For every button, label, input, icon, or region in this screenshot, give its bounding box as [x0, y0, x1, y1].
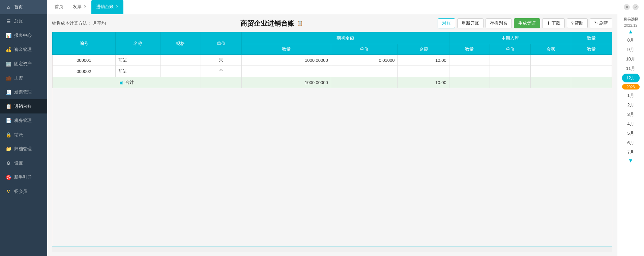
- info-bar: 销售成本计算方法： 月平均 商贸企业进销台账 📋 对账 重新开账 存搜别名 生成…: [52, 18, 612, 28]
- cell-spec: [160, 55, 201, 66]
- cell-in-price: [490, 55, 531, 66]
- month-item-10[interactable]: 10月: [622, 55, 640, 63]
- data-table: 编号 名称 规格 单位 期初余额 本期入库 数量 数量 单价 金额: [52, 32, 612, 88]
- edit-icon[interactable]: 📋: [297, 21, 303, 26]
- month-item-3[interactable]: 3月: [622, 110, 640, 119]
- closing-icon: 🔒: [5, 132, 11, 137]
- tab-home[interactable]: 首页: [50, 0, 68, 14]
- refresh-icon: ↻: [594, 21, 598, 26]
- tab-purchase[interactable]: 进销台账 ✕: [91, 0, 123, 14]
- sidebar-item-ledger[interactable]: ☰ 总账: [0, 14, 47, 28]
- cell-unit: 只: [201, 55, 242, 66]
- col-name: 名称: [115, 32, 160, 55]
- download-button[interactable]: ⬇ 下载: [542, 18, 565, 28]
- toolbar: 对账 重新开账 存搜别名 生成凭证 ⬇ 下载 ? 帮助 ↻ 刷新: [438, 18, 612, 28]
- tab-purchase-close[interactable]: ✕: [116, 4, 119, 9]
- tab-invoice-label: 发票: [73, 4, 82, 10]
- year-2023-badge: 2023: [622, 84, 640, 89]
- cell-open-qty: [241, 66, 331, 77]
- total-unit: [201, 77, 242, 88]
- total-in-amount: [530, 77, 571, 88]
- tab-invoice[interactable]: 发票 ✕: [68, 0, 91, 14]
- sidebar-label-vip: 畅会员: [14, 188, 27, 195]
- sidebar-label-salary: 工资: [14, 75, 23, 81]
- col-code: 编号: [53, 32, 116, 55]
- cell-open-amount: [398, 66, 449, 77]
- salary-icon: 💼: [5, 75, 11, 81]
- sidebar-item-tax[interactable]: 📑 税务管理: [0, 113, 47, 128]
- refresh-button[interactable]: ↻ 刷新: [590, 18, 612, 28]
- tax-icon: 📑: [5, 118, 11, 123]
- total-out-qty: [571, 77, 612, 88]
- month-item-7[interactable]: 7月: [622, 148, 640, 157]
- col-period-balance: 期初余额: [241, 32, 449, 44]
- tab-invoice-close[interactable]: ✕: [84, 4, 87, 9]
- scroll-up-arrow[interactable]: ▲: [627, 28, 634, 35]
- window-maximize-button[interactable]: ⤢: [633, 4, 639, 10]
- cell-open-amount: 10.00: [398, 55, 449, 66]
- month-item-2[interactable]: 2月: [622, 101, 640, 109]
- cell-open-price: [331, 66, 398, 77]
- assets-icon: 🏢: [5, 61, 11, 67]
- col-open-amount: 金额: [398, 44, 449, 55]
- month-item-5[interactable]: 5月: [622, 129, 640, 138]
- month-panel-title: 月份选择: [623, 17, 638, 22]
- generate-button[interactable]: 生成凭证: [514, 18, 540, 28]
- sidebar-item-settings[interactable]: ⚙ 设置: [0, 156, 47, 170]
- col-in-qty: 数量: [449, 44, 490, 55]
- page-title: 商贸企业进销台账: [240, 19, 294, 28]
- sidebar-item-home[interactable]: ⌂ 首页: [0, 0, 47, 14]
- sidebar-item-assets[interactable]: 🏢 固定资产: [0, 57, 47, 71]
- month-item-6[interactable]: 6月: [622, 138, 640, 147]
- cell-in-qty: [449, 66, 490, 77]
- reports-icon: 📊: [5, 33, 11, 38]
- table-row: 000001 前缸 只 1000.00000 0.01000 10.00: [53, 55, 612, 66]
- help-icon: ?: [571, 21, 574, 26]
- sidebar-item-salary[interactable]: 💼 工资: [0, 71, 47, 85]
- cell-out-qty: [571, 55, 612, 66]
- save-as-button[interactable]: 存搜别名: [486, 18, 512, 28]
- data-table-wrapper[interactable]: 编号 名称 规格 单位 期初余额 本期入库 数量 数量 单价 金额: [52, 32, 612, 247]
- page-title-area: 商贸企业进销台账 📋: [240, 19, 303, 28]
- scrollbar-area[interactable]: [52, 247, 612, 252]
- col-in-amount: 金额: [530, 44, 571, 55]
- col-out-detail: 数量: [571, 44, 612, 55]
- sidebar-item-funds[interactable]: 💰 资金管理: [0, 43, 47, 57]
- sidebar-label-invoice-mgr: 发票管理: [14, 89, 32, 95]
- month-item-1[interactable]: 1月: [622, 91, 640, 100]
- sidebar-item-reports[interactable]: 📊 报表中心: [0, 28, 47, 43]
- sidebar-label-assets: 固定资产: [14, 61, 32, 67]
- sidebar-item-closing[interactable]: 🔒 结账: [0, 128, 47, 142]
- ledger-icon: ☰: [5, 19, 11, 24]
- sidebar-label-purchase-sale: 进销台账: [14, 103, 32, 109]
- month-item-11[interactable]: 11月: [622, 64, 640, 73]
- col-unit: 单位: [201, 32, 242, 55]
- scroll-down-arrow[interactable]: ▼: [627, 157, 634, 164]
- col-out-qty: 数量: [571, 32, 612, 44]
- month-item-4[interactable]: 4月: [622, 120, 640, 128]
- total-in-price: [490, 77, 531, 88]
- sidebar-item-guide[interactable]: 🎯 新手引导: [0, 170, 47, 184]
- tab-purchase-label: 进销台账: [96, 4, 114, 10]
- cell-in-amount: [530, 55, 571, 66]
- sidebar-item-purchase-sale[interactable]: 📋 进销台账: [0, 99, 47, 113]
- reconcile-button[interactable]: 对账: [438, 18, 455, 28]
- settings-icon: ⚙: [5, 160, 11, 166]
- download-icon: ⬇: [547, 21, 550, 26]
- total-open-amount: 10.00: [398, 77, 449, 88]
- month-item-9[interactable]: 9月: [622, 45, 640, 54]
- sidebar-item-archive[interactable]: 📁 归档管理: [0, 142, 47, 156]
- month-item-8[interactable]: 8月: [622, 36, 640, 45]
- content-area: 销售成本计算方法： 月平均 商贸企业进销台账 📋 对账 重新开账 存搜别名 生成…: [47, 14, 644, 256]
- total-label: ▣ 合计: [53, 77, 201, 88]
- help-button[interactable]: ? 帮助: [567, 18, 588, 28]
- month-item-12[interactable]: 12月: [622, 74, 640, 82]
- col-open-price: 单价: [331, 44, 398, 55]
- window-close-button[interactable]: ✕: [624, 4, 630, 10]
- col-in-price: 单价: [490, 44, 531, 55]
- sidebar-item-vip[interactable]: V 畅会员: [0, 184, 47, 199]
- sidebar-item-invoice-mgr[interactable]: 🧾 发票管理: [0, 85, 47, 99]
- reopen-button[interactable]: 重新开账: [457, 18, 484, 28]
- cost-method: 销售成本计算方法： 月平均: [52, 20, 106, 26]
- cell-out-qty: [571, 66, 612, 77]
